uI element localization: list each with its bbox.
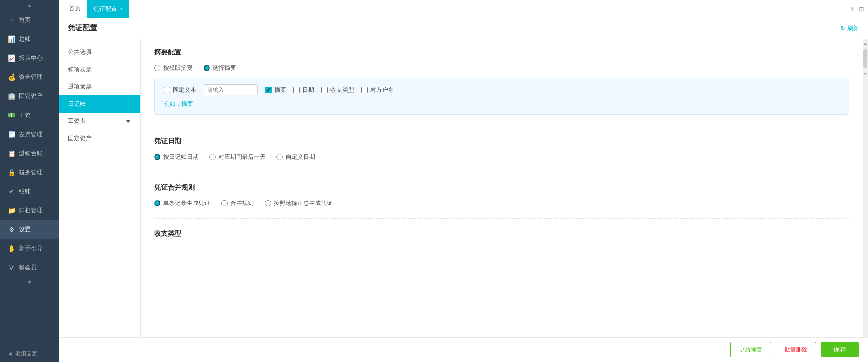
radio-period-last-day-input[interactable] (209, 154, 216, 160)
checkbox-date[interactable]: 日期 (293, 86, 314, 94)
reports-icon: 📈 (7, 54, 15, 62)
batch-delete-button[interactable]: 批量删除 (776, 342, 816, 357)
window-restore-icon[interactable]: ⊡ (859, 5, 864, 13)
summary-checkboxes-row: 固定文本 摘要 日期 (164, 84, 839, 95)
summary-radio-group: 按模版摘要 选择摘要 (154, 64, 849, 72)
merge-radio-group: 单条记录生成凭证 合并规则 按照选择汇总生成凭证 (154, 199, 849, 207)
income-type-section: 收支类型 (154, 230, 849, 256)
sidebar-item-sales-ledger[interactable]: 📋 进销台账 (0, 144, 59, 163)
content-area: 公共选项 销项发票 进项发票 日记账 工资表 ▼ 固定资产 (59, 39, 868, 337)
refresh-button[interactable]: ↻ 刷新 (840, 24, 859, 33)
checkbox-income-type-input[interactable] (321, 87, 328, 93)
sidebar-item-guide[interactable]: ✋ 新手引导 (0, 239, 59, 258)
radio-journal-date-input[interactable] (154, 154, 160, 160)
sidebar-item-vip[interactable]: V 畅会员 (0, 258, 59, 277)
invoice-mgmt-icon: 🧾 (7, 131, 15, 138)
guide-icon: ✋ (7, 245, 15, 252)
left-nav-sales-invoice[interactable]: 销项发票 (59, 61, 140, 78)
checkbox-summary[interactable]: 摘要 (265, 86, 286, 94)
sidebar-item-reports[interactable]: 📈 报表中心 (0, 49, 59, 68)
date-section-title: 凭证日期 (154, 137, 849, 146)
radio-select-summary-input[interactable] (204, 65, 210, 71)
radio-select-merge[interactable]: 按照选择汇总生成凭证 (265, 199, 333, 207)
sidebar-scroll-down[interactable]: ▼ (0, 277, 59, 288)
radio-template-summary[interactable]: 按模版摘要 (154, 64, 193, 72)
left-nav-purchase-invoice[interactable]: 进项发票 (59, 78, 140, 95)
radio-journal-date[interactable]: 按日记账日期 (154, 153, 199, 161)
left-nav-public[interactable]: 公共选项 (59, 44, 140, 61)
radio-select-summary[interactable]: 选择摘要 (204, 64, 236, 72)
window-close-icon[interactable]: ✕ (850, 5, 855, 13)
sidebar: ▲ ⌂ 首页 📊 总账 📈 报表中心 💰 资金管理 🏢 固定资产 💵 工资 🧾 … (0, 0, 59, 362)
sidebar-item-invoice-mgmt[interactable]: 🧾 发票管理 (0, 125, 59, 144)
checkbox-summary-input[interactable] (265, 87, 272, 93)
checkbox-counterpart[interactable]: 对方户名 (361, 86, 394, 94)
radio-custom-date[interactable]: 自定义日期 (276, 153, 315, 161)
page-title: 凭证配置 (68, 24, 97, 33)
tab-voucher-config[interactable]: 凭证配置 × (87, 0, 129, 18)
radio-template-summary-input[interactable] (154, 65, 160, 71)
settings-icon: ⚙ (7, 226, 15, 233)
cancel-pin-button[interactable]: ◄ 取消固定 (0, 345, 59, 362)
sidebar-item-payroll[interactable]: 💵 工资 (0, 106, 59, 125)
radio-single-input[interactable] (154, 200, 160, 206)
sidebar-item-funds[interactable]: 💰 资金管理 (0, 68, 59, 87)
home-icon: ⌂ (7, 16, 15, 24)
settle-icon: ✔ (7, 188, 15, 195)
sidebar-item-settle[interactable]: ✔ 结账 (0, 182, 59, 201)
sidebar-item-ledger[interactable]: 📊 总账 (0, 29, 59, 49)
radio-merge-rules[interactable]: 合并规则 (221, 199, 254, 207)
radio-single[interactable]: 单条记录生成凭证 (154, 199, 210, 207)
bottom-bar: 更新预置 批量删除 保存 (59, 337, 868, 362)
tab-bar: 首页 凭证配置 × ✕ ⊡ (59, 0, 868, 18)
funds-icon: 💰 (7, 73, 15, 81)
radio-merge-rules-input[interactable] (221, 200, 228, 206)
chevron-down-icon: ▼ (125, 118, 131, 125)
scroll-thumb[interactable] (863, 49, 867, 68)
left-nav-journal[interactable]: 日记账 (59, 95, 140, 113)
sidebar-item-archive[interactable]: 📁 归档管理 (0, 201, 59, 220)
fixed-text-input[interactable] (204, 84, 258, 95)
checkbox-counterpart-input[interactable] (361, 87, 368, 93)
scrollbar[interactable]: ▲ ▼ (863, 39, 868, 337)
update-preview-button[interactable]: 更新预置 (730, 342, 771, 357)
sidebar-item-assets[interactable]: 🏢 固定资产 (0, 87, 59, 106)
tax-icon: 🔒 (7, 169, 15, 176)
main-area: 首页 凭证配置 × ✕ ⊡ 凭证配置 ↻ 刷新 公共选项 (59, 0, 868, 362)
vip-icon: V (7, 264, 15, 271)
sidebar-item-tax[interactable]: 🔒 税务管理 (0, 163, 59, 182)
save-button[interactable]: 保存 (821, 342, 859, 357)
assets-icon: 🏢 (7, 93, 15, 100)
sidebar-item-settings[interactable]: ⚙ 设置 (0, 220, 59, 239)
ledger-icon: 📊 (7, 35, 15, 43)
sidebar-item-home[interactable]: ⌂ 首页 (0, 10, 59, 29)
merge-section: 凭证合并规则 单条记录生成凭证 合并规则 按照选择汇总生成凭证 (154, 183, 849, 219)
pin-icon: ◄ (7, 351, 13, 357)
left-nav: 公共选项 销项发票 进项发票 日记账 工资表 ▼ 固定资产 (59, 39, 141, 337)
right-content: 摘要配置 按模版摘要 选择摘要 (141, 39, 863, 337)
checkbox-date-input[interactable] (293, 87, 300, 93)
summary-example: 例如：摘要 (164, 100, 839, 108)
archive-icon: 📁 (7, 207, 15, 214)
date-radio-group: 按日记账日期 对应期间最后一天 自定义日期 (154, 153, 849, 161)
merge-section-title: 凭证合并规则 (154, 183, 849, 192)
radio-select-merge-input[interactable] (265, 200, 271, 206)
tab-close-icon[interactable]: × (120, 6, 123, 12)
checkbox-fixed-text-input[interactable] (164, 87, 170, 93)
radio-custom-date-input[interactable] (276, 154, 283, 160)
radio-period-last-day[interactable]: 对应期间最后一天 (209, 153, 266, 161)
page-container: 凭证配置 ↻ 刷新 公共选项 销项发票 进项发票 日记账 (59, 18, 868, 362)
left-nav-payroll-table[interactable]: 工资表 ▼ (59, 113, 140, 130)
refresh-icon: ↻ (840, 25, 845, 32)
checkbox-income-type[interactable]: 收支类型 (321, 86, 354, 94)
income-type-section-title: 收支类型 (154, 230, 849, 238)
tab-home[interactable]: 首页 (63, 0, 87, 18)
left-nav-fixed-assets[interactable]: 固定资产 (59, 130, 140, 147)
summary-section: 摘要配置 按模版摘要 选择摘要 (154, 48, 849, 126)
sidebar-scroll-up[interactable]: ▲ (0, 0, 59, 10)
sales-ledger-icon: 📋 (7, 150, 15, 157)
checkbox-fixed-text[interactable]: 固定文本 (164, 86, 196, 94)
summary-section-title: 摘要配置 (154, 48, 849, 57)
summary-config-box: 固定文本 摘要 日期 (154, 78, 849, 115)
date-section: 凭证日期 按日记账日期 对应期间最后一天 自定义日期 (154, 137, 849, 172)
